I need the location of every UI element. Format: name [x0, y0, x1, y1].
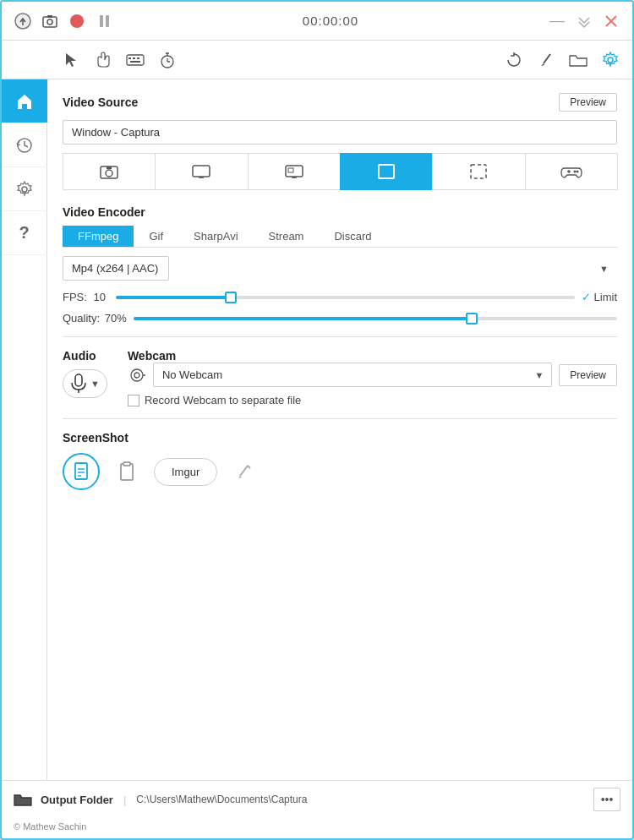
source-region2-button[interactable] [432, 153, 525, 190]
fps-limit-label: Limit [594, 291, 617, 303]
encoder-tab-stream[interactable]: Stream [254, 226, 320, 247]
audio-control[interactable]: ▼ [63, 369, 107, 398]
collapse-button[interactable] [575, 12, 593, 30]
svg-rect-2 [43, 17, 57, 27]
encoder-tab-sharpavi[interactable]: SharpAvi [178, 226, 254, 247]
webcam-checkbox-row: Record Webcam to separate file [128, 394, 617, 406]
webcam-checkbox[interactable] [128, 395, 139, 406]
fps-slider-row: FPS: 10 ✓ Limit [63, 291, 617, 303]
fps-slider-fill [116, 296, 231, 299]
svg-point-42 [131, 369, 143, 381]
webcam-preview-button[interactable]: Preview [559, 364, 617, 386]
screenshot-section: ScreenShot [63, 431, 617, 490]
svg-point-26 [106, 170, 112, 177]
sidebar: ? [2, 79, 47, 780]
minimize-button[interactable]: — [548, 12, 566, 30]
title-bar-left [14, 12, 113, 30]
webcam-select[interactable]: No Webcam [153, 363, 552, 387]
svg-marker-20 [541, 63, 544, 66]
sidebar-item-history[interactable] [2, 123, 47, 167]
encoder-format-select[interactable]: Mp4 (x264 | AAC) [63, 256, 169, 281]
divider-2 [63, 418, 617, 419]
screenshot-imgur-button[interactable]: Imgur [154, 458, 217, 486]
encoder-tab-ffmpeg[interactable]: FFmpeg [63, 226, 134, 247]
audio-dropdown-arrow: ▼ [90, 379, 100, 389]
fps-slider-thumb[interactable] [225, 292, 237, 303]
quality-slider-thumb[interactable] [466, 313, 478, 325]
video-source-preview-button[interactable]: Preview [559, 93, 617, 112]
svg-point-21 [608, 57, 613, 63]
pause-icon[interactable] [95, 12, 113, 30]
webcam-camera-icon [128, 368, 146, 383]
stopwatch-tool-icon[interactable] [157, 50, 178, 70]
svg-line-19 [544, 54, 550, 63]
output-path: C:\Users\Mathew\Documents\Captura [136, 794, 585, 805]
fps-slider-track[interactable] [116, 296, 575, 299]
audio-section: Audio ▼ [63, 349, 107, 398]
refresh-tool-icon[interactable] [504, 50, 524, 70]
svg-point-5 [70, 14, 84, 28]
output-more-button[interactable]: ••• [593, 788, 620, 811]
close-button[interactable] [602, 12, 620, 30]
video-source-header: Video Source Preview [63, 93, 617, 112]
svg-rect-33 [288, 168, 293, 172]
video-source-title: Video Source [63, 95, 138, 109]
audio-title: Audio [63, 349, 107, 363]
settings-tool-icon[interactable] [600, 50, 620, 70]
svg-rect-34 [379, 165, 394, 178]
sidebar-item-settings[interactable] [2, 167, 47, 211]
webcam-select-row: No Webcam Preview [128, 363, 617, 387]
app-window: 00:00:00 — [0, 0, 634, 840]
svg-rect-27 [193, 166, 210, 177]
quality-slider-track[interactable] [134, 317, 617, 320]
screenshot-title: ScreenShot [63, 431, 128, 445]
cursor-tool-icon[interactable] [61, 50, 81, 70]
video-encoder-title: Video Encoder [63, 205, 145, 219]
svg-rect-13 [130, 61, 140, 63]
sidebar-item-help[interactable]: ? [2, 211, 47, 255]
encoder-tab-discard[interactable]: Discard [319, 226, 386, 247]
source-monitor1-button[interactable] [155, 153, 248, 190]
keyboard-tool-icon[interactable] [125, 50, 145, 70]
source-icons-row [63, 153, 617, 190]
svg-rect-40 [75, 374, 82, 386]
content-area: Video Source Preview [47, 79, 632, 780]
source-region-button[interactable] [340, 153, 433, 190]
camera-icon[interactable] [41, 12, 59, 30]
folder-tool-icon[interactable] [568, 50, 588, 70]
title-bar: 00:00:00 — [2, 2, 632, 41]
audio-webcam-row: Audio ▼ Webcam [63, 349, 617, 406]
footer-copyright: © Mathew Sachin [2, 818, 632, 838]
output-separator: | [123, 794, 126, 806]
screenshot-pencil-button[interactable] [229, 456, 260, 487]
video-source-input[interactable] [63, 120, 617, 145]
encoder-tabs: FFmpeg Gif SharpAvi Stream Discard [63, 226, 617, 248]
source-gamepad-button[interactable] [525, 153, 618, 190]
svg-point-39 [576, 171, 578, 173]
svg-rect-12 [137, 57, 139, 59]
encoder-tab-gif[interactable]: Gif [134, 226, 178, 247]
toolbar-left [61, 50, 178, 70]
quality-slider-row: Quality: 70% [63, 312, 617, 325]
svg-point-38 [573, 171, 576, 173]
svg-rect-50 [123, 462, 130, 466]
svg-rect-10 [128, 57, 131, 59]
hand-tool-icon[interactable] [93, 50, 113, 70]
webcam-checkbox-label: Record Webcam to separate file [145, 394, 301, 406]
source-camera-button[interactable] [63, 153, 156, 190]
main-layout: ? Video Source Preview [2, 79, 632, 780]
brush-tool-icon[interactable] [536, 50, 556, 70]
timer-display: 00:00:00 [122, 14, 539, 28]
record-icon[interactable] [68, 12, 86, 30]
upload-icon[interactable] [14, 12, 32, 30]
svg-point-23 [22, 187, 27, 192]
sidebar-item-home[interactable] [2, 79, 47, 123]
screenshot-icons-row: Imgur [63, 453, 617, 490]
source-monitor2-button[interactable] [248, 153, 341, 190]
screenshot-clipboard-button[interactable] [112, 456, 142, 487]
mic-icon [70, 374, 87, 394]
title-bar-right: — [548, 12, 620, 30]
svg-rect-9 [127, 55, 144, 65]
screenshot-file-button[interactable] [63, 453, 100, 490]
fps-label: FPS: 10 [63, 291, 109, 303]
